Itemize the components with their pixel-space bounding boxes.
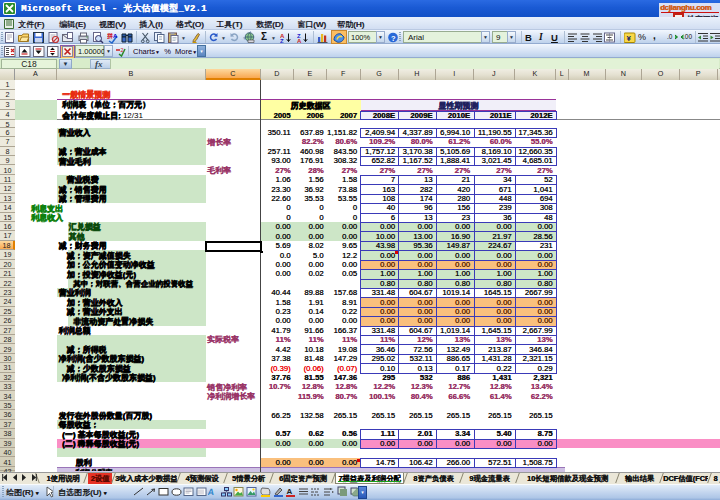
svg-text:.00: .00 (683, 33, 692, 40)
svg-text:A: A (113, 33, 118, 39)
svg-text:2: 2 (121, 47, 124, 53)
svg-text:Z: Z (280, 38, 284, 44)
svg-text:A: A (287, 487, 293, 496)
svg-text:¥: ¥ (627, 33, 632, 42)
svg-text:A: A (297, 38, 302, 44)
svg-text:.0: .0 (667, 33, 673, 40)
svg-text:?: ? (391, 33, 396, 42)
svg-text:A: A (208, 488, 215, 498)
